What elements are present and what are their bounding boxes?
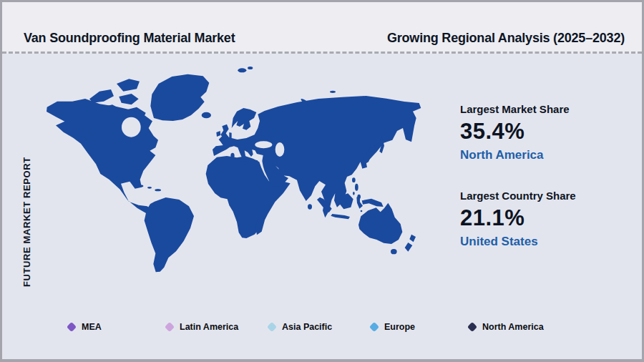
- legend-label: Asia Pacific: [282, 322, 332, 332]
- legend-label: Latin America: [180, 322, 238, 332]
- landmass-new-zealand: [409, 235, 416, 243]
- stat-region: North America: [460, 148, 639, 162]
- landmass-greenland: [150, 74, 209, 121]
- landmass-new-zealand: [405, 243, 413, 252]
- landmass-great-britain: [220, 124, 228, 139]
- legend-dot: [369, 322, 379, 332]
- landmass-philippines: [353, 192, 355, 195]
- landmass-borneo: [339, 193, 353, 209]
- stat-label: Largest Country Share: [460, 190, 639, 202]
- landmass-sri-lanka: [308, 204, 312, 209]
- page-title-right: Growing Regional Analysis (2025–2032): [387, 31, 625, 46]
- landmass-caribbean: [138, 185, 143, 187]
- legend-item-north-america: North America: [469, 321, 544, 333]
- landmass-arctic-islands: [117, 79, 140, 91]
- legend-label: MEA: [82, 322, 102, 332]
- page-title-left: Van Soundproofing Material Market: [24, 31, 235, 46]
- legend-item-mea: MEA: [68, 321, 102, 333]
- landmass-hainan: [341, 186, 344, 190]
- world-map: [39, 61, 440, 297]
- brand-watermark: FUTURE MARKET REPORT: [21, 165, 37, 287]
- stat-label: Largest Market Share: [460, 103, 639, 115]
- landmass-arctic-islands: [119, 94, 138, 104]
- landmass-australia: [358, 203, 402, 244]
- infographic-canvas: Van Soundproofing Material Market Growin…: [0, 0, 644, 362]
- hudson-bay: [122, 117, 141, 137]
- legend-dot: [267, 322, 277, 332]
- landmass-caribbean: [155, 189, 161, 191]
- landmass-severnaya: [330, 91, 336, 93]
- header-bar: Van Soundproofing Material Market Growin…: [2, 2, 642, 54]
- landmass-taiwan: [352, 177, 356, 182]
- landmass-north-america: [47, 99, 158, 217]
- black-sea: [255, 141, 272, 148]
- caspian-sea: [275, 142, 285, 157]
- landmass-scandinavia: [232, 108, 257, 130]
- landmass-arctic-islands: [89, 89, 114, 103]
- world-map-landmass: [47, 67, 421, 272]
- landmass-java: [331, 214, 350, 219]
- landmass-iceland: [202, 112, 211, 119]
- legend-dot: [67, 322, 77, 332]
- landmass-sulawesi: [356, 196, 363, 209]
- landmass-crete: [253, 160, 258, 162]
- landmass-new-guinea: [362, 199, 384, 207]
- legend-item-europe: Europe: [371, 321, 415, 333]
- landmass-tasmania: [391, 249, 397, 254]
- landmass-philippines: [355, 184, 358, 191]
- landmass-svalbard: [248, 67, 253, 69]
- stat-value: 35.4%: [460, 120, 639, 142]
- landmass-sicily: [241, 161, 248, 165]
- landmass-ireland: [216, 131, 220, 137]
- legend-dot: [165, 322, 175, 332]
- landmass-moluccas: [361, 210, 363, 212]
- legend-label: Europe: [384, 322, 415, 332]
- landmass-sardinia: [230, 153, 234, 159]
- legend-item-asia-pacific: Asia Pacific: [268, 321, 332, 333]
- landmass-south-america: [145, 197, 194, 272]
- legend-item-latin-america: Latin America: [166, 321, 238, 333]
- stat-largest-market-share: Largest Market Share 35.4% North America: [460, 103, 639, 162]
- stat-value: 21.1%: [460, 207, 639, 229]
- stat-region: United States: [460, 235, 639, 249]
- landmass-caribbean: [147, 187, 152, 189]
- legend-dot: [467, 322, 477, 332]
- stat-largest-country-share: Largest Country Share 21.1% United State…: [460, 190, 639, 249]
- legend-label: North America: [482, 322, 544, 332]
- landmass-svalbard: [238, 68, 246, 72]
